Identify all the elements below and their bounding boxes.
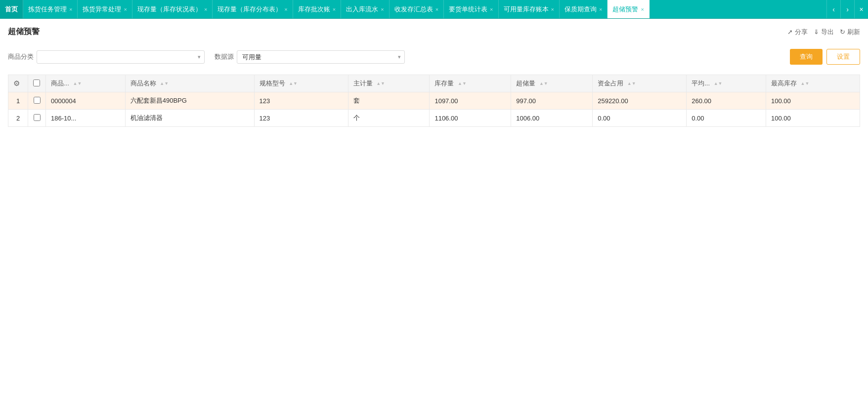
cell-capital: 0.00 [593,110,687,127]
col-max-stock[interactable]: 最高库存 ▲▼ [766,75,860,92]
tab-label: 出入库流水 [346,5,378,14]
col-avg[interactable]: 平均... ▲▼ [687,75,766,92]
col-product-name[interactable]: 商品名称 ▲▼ [125,75,254,92]
tab-label: 收发存汇总表 [394,5,433,14]
row-checkbox-cell[interactable] [28,92,46,110]
tab-close-icon[interactable]: × [641,6,644,12]
tab-label: 拣货异常处理 [83,5,121,14]
sort-icon-4: ▲▼ [376,81,385,86]
cell-product-name: 六配套新昌490BPG [125,92,254,110]
cell-spec: 123 [254,110,348,127]
data-source-select-wrapper: 可用量 库存量 ▾ [237,50,405,64]
tab-close-icon[interactable]: × [435,6,438,12]
header-actions: ➚ 分享 ⇓ 导出 ↻ 刷新 [787,28,860,37]
col-product-code[interactable]: 商品... ▲▼ [46,75,126,92]
cell-unit: 套 [348,92,430,110]
nav-tab-tab-11[interactable]: 超储预警× [608,0,649,18]
tab-close-icon[interactable]: × [333,6,336,12]
tab-close-icon[interactable]: × [284,6,287,12]
gear-icon: ⚙ [13,79,20,87]
cell-overstock: 997.00 [511,92,593,110]
cell-spec: 123 [254,92,348,110]
page-title: 超储预警 [8,27,40,37]
col-settings[interactable]: ⚙ [8,75,28,92]
nav-tab-tab-1[interactable]: 拣货任务管理× [23,0,78,18]
cell-avg: 0.00 [687,110,766,127]
sort-icon-6: ▲▼ [539,81,548,86]
col-unit-label: 主计量 [353,79,373,87]
nav-tab-tab-8[interactable]: 要货单统计表× [444,0,498,18]
cell-product-code: 0000004 [46,92,126,110]
cell-avg: 260.00 [687,92,766,110]
sort-icon-3: ▲▼ [289,81,298,86]
query-button[interactable]: 查询 [790,49,823,65]
sort-icon-5: ▲▼ [458,81,467,86]
nav-tab-tab-9[interactable]: 可用量库存账本× [499,0,560,18]
tab-label: 超储预警 [612,5,638,14]
cell-max-stock: 100.00 [766,92,860,110]
tab-close-icon[interactable]: × [599,6,602,12]
nav-tab-tab-5[interactable]: 库存批次账× [293,0,341,18]
col-overstock[interactable]: 超储量 ▲▼ [511,75,593,92]
cell-overstock: 1006.00 [511,110,593,127]
data-source-label: 数据源 [215,52,234,61]
row-checkbox[interactable] [34,97,41,104]
col-stock-label: 库存量 [434,79,454,87]
page-header: 超储预警 ➚ 分享 ⇓ 导出 ↻ 刷新 [8,27,860,37]
col-capital[interactable]: 资金占用 ▲▼ [593,75,687,92]
nav-next-btn[interactable]: › [840,0,854,19]
tab-close-icon[interactable]: × [551,6,554,12]
col-spec[interactable]: 规格型号 ▲▼ [254,75,348,92]
nav-close-btn[interactable]: × [854,0,868,19]
nav-arrows: ‹ › × [826,0,868,19]
nav-tab-tab-10[interactable]: 保质期查询× [560,0,608,18]
top-navigation: 首页 拣货任务管理×拣货异常处理×现存量（库存状况表）×现存量（库存分布表）×库… [0,0,868,19]
settings-button[interactable]: 设置 [826,49,860,65]
nav-tab-tab-6[interactable]: 出入库流水× [341,0,389,18]
row-checkbox-cell[interactable] [28,110,46,127]
product-category-select[interactable] [37,50,205,64]
sort-icon-9: ▲▼ [801,81,810,86]
nav-prev-btn[interactable]: ‹ [826,0,840,19]
export-button[interactable]: ⇓ 导出 [814,28,834,37]
table-row[interactable]: 1 0000004 六配套新昌490BPG 123 套 1097.00 997.… [8,92,860,110]
col-checkbox[interactable] [28,75,46,92]
nav-tab-tab-2[interactable]: 拣货异常处理× [78,0,132,18]
col-unit[interactable]: 主计量 ▲▼ [348,75,430,92]
tab-close-icon[interactable]: × [69,6,72,12]
nav-home[interactable]: 首页 [0,0,23,18]
cell-capital: 259220.00 [593,92,687,110]
cell-stock: 1097.00 [430,92,511,110]
product-category-filter: 商品分类 ▾ [8,50,205,64]
tab-close-icon[interactable]: × [124,6,127,12]
tab-label: 库存批次账 [298,5,330,14]
tab-label: 要货单统计表 [449,5,487,14]
filter-actions: 查询 设置 [790,49,860,65]
share-button[interactable]: ➚ 分享 [787,28,808,37]
table-row[interactable]: 2 186-10... 机油滤清器 123 个 1106.00 1006.00 … [8,110,860,127]
filter-row: 商品分类 ▾ 数据源 可用量 库存量 ▾ 查询 设置 [8,45,860,69]
data-source-select[interactable]: 可用量 库存量 [237,50,405,64]
cell-stock: 1106.00 [430,110,511,127]
nav-tab-tab-3[interactable]: 现存量（库存状况表）× [132,0,213,18]
select-all-checkbox[interactable] [33,79,40,86]
tab-label: 保质期查询 [564,5,597,14]
data-source-filter: 数据源 可用量 库存量 ▾ [215,50,405,64]
nav-tab-tab-4[interactable]: 现存量（库存分布表）× [213,0,293,18]
nav-tab-tab-7[interactable]: 收发存汇总表× [390,0,444,18]
share-icon: ➚ [787,28,793,36]
tab-close-icon[interactable]: × [381,6,384,12]
table-body: 1 0000004 六配套新昌490BPG 123 套 1097.00 997.… [8,92,860,127]
col-max-stock-label: 最高库存 [771,79,797,87]
refresh-button[interactable]: ↻ 刷新 [840,28,860,37]
col-product-code-label: 商品... [51,79,69,87]
col-stock[interactable]: 库存量 ▲▼ [430,75,511,92]
page-content: 超储预警 ➚ 分享 ⇓ 导出 ↻ 刷新 商品分类 ▾ [0,19,868,395]
table-header: ⚙ 商品... ▲▼ 商品名称 ▲▼ 规格型号 ▲▼ 主计 [8,75,860,92]
row-checkbox[interactable] [34,114,41,121]
tab-close-icon[interactable]: × [204,6,207,12]
sort-icon: ▲▼ [73,81,82,86]
tab-close-icon[interactable]: × [490,6,493,12]
data-table: ⚙ 商品... ▲▼ 商品名称 ▲▼ 规格型号 ▲▼ 主计 [8,75,860,127]
refresh-icon: ↻ [840,28,845,36]
